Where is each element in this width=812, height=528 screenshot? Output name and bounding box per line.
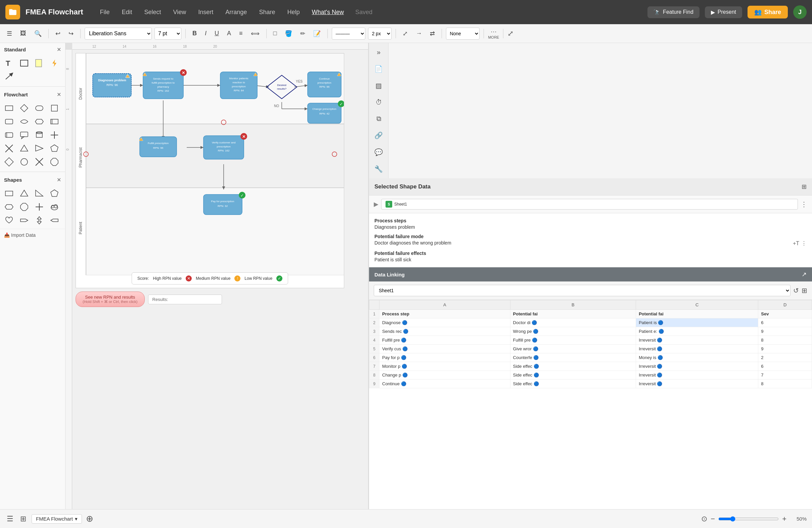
- font-family-select[interactable]: Liberation Sans: [85, 28, 152, 40]
- feature-find-button[interactable]: 🔭 Feature Find: [648, 6, 699, 18]
- table-cell-d[interactable]: 9: [758, 345, 812, 353]
- table-cell-b[interactable]: Fulfill pre 🔵: [510, 336, 636, 345]
- table-cell-c[interactable]: Irreversit 🔵: [636, 345, 758, 353]
- lightning-shape[interactable]: [49, 57, 60, 69]
- menu-arrange[interactable]: Arrange: [222, 8, 250, 17]
- user-avatar[interactable]: J: [793, 5, 807, 19]
- present-button[interactable]: ▶ Present: [705, 6, 742, 18]
- grid-view-button[interactable]: ⊞: [19, 513, 28, 525]
- s-oct[interactable]: [18, 201, 30, 213]
- menu-insert[interactable]: Insert: [195, 8, 217, 17]
- table-cell-c[interactable]: Patient is 🔵: [636, 318, 758, 327]
- zoom-in-button[interactable]: +: [782, 515, 786, 523]
- table-cell-b[interactable]: Side effec 🔵: [510, 380, 636, 388]
- s-arrow-r[interactable]: [18, 215, 30, 226]
- compass-button[interactable]: ⊙: [701, 515, 707, 523]
- zoom-slider[interactable]: [718, 516, 779, 522]
- table-cell-a[interactable]: Monitor p 🔵: [379, 362, 510, 371]
- diagram-container[interactable]: Doctor Pharmacist Patient YES: [75, 53, 344, 288]
- list-view-button[interactable]: ☰: [5, 513, 15, 525]
- arrow-right-button[interactable]: →: [413, 29, 424, 38]
- s-plus[interactable]: [33, 201, 45, 213]
- timer-panel-icon[interactable]: ⏱: [374, 96, 384, 108]
- fc-rect2[interactable]: [49, 116, 60, 127]
- add-page-button[interactable]: ⊕: [86, 514, 93, 524]
- upload-button[interactable]: ⊞: [801, 286, 807, 295]
- s-hex[interactable]: [3, 201, 15, 213]
- italic-button[interactable]: I: [202, 29, 209, 38]
- share-button[interactable]: 👥 Share: [748, 6, 788, 18]
- fc-rtriangle[interactable]: [33, 143, 45, 154]
- undo-button[interactable]: ↩: [53, 29, 63, 39]
- s-heart[interactable]: [3, 215, 15, 226]
- table-cell-b[interactable]: Side effec 🔵: [510, 362, 636, 371]
- font-color-button[interactable]: A: [224, 29, 234, 38]
- waypoint-button[interactable]: ⤢: [400, 29, 410, 39]
- table-cell-d[interactable]: 8: [758, 380, 812, 388]
- s-rtriangle[interactable]: [33, 188, 45, 199]
- table-cell-b[interactable]: Wrong pe 🔵: [510, 327, 636, 336]
- table-cell-d[interactable]: 6: [758, 362, 812, 371]
- table-cell-b[interactable]: Side effec 🔵: [510, 371, 636, 380]
- format-panel-icon[interactable]: ▨: [374, 80, 384, 92]
- table-cell-c[interactable]: Irreversit 🔵: [636, 371, 758, 380]
- menu-select[interactable]: Select: [141, 8, 164, 17]
- canvas-content[interactable]: Doctor Pharmacist Patient YES: [72, 50, 369, 509]
- table-cell-c[interactable]: Irreversit 🔵: [636, 380, 758, 388]
- fc-cross2[interactable]: [33, 156, 45, 168]
- menu-help[interactable]: Help: [284, 8, 303, 17]
- fc-cross[interactable]: [3, 143, 15, 154]
- fc-triangle[interactable]: [18, 143, 30, 154]
- shapes-panel-button[interactable]: ☰: [4, 29, 15, 39]
- connection-select[interactable]: None: [446, 28, 480, 40]
- comment-panel-icon[interactable]: 💬: [373, 146, 385, 158]
- zoom-out-button[interactable]: −: [711, 515, 715, 523]
- diagram-name-tab[interactable]: FMEA Flowchart ▾: [32, 514, 82, 524]
- table-cell-a[interactable]: Verify cus 🔵: [379, 345, 510, 353]
- fill-color-button[interactable]: 🪣: [282, 29, 295, 39]
- flowchart-close-button[interactable]: ✕: [57, 91, 61, 98]
- s-cloud[interactable]: [49, 201, 60, 213]
- pen-button[interactable]: ✏: [298, 29, 308, 39]
- sheet-menu-button[interactable]: ⋮: [801, 200, 807, 208]
- fc-square[interactable]: [49, 102, 60, 114]
- bold-button[interactable]: B: [190, 29, 200, 38]
- table-cell-b[interactable]: Doctor di 🔵: [510, 318, 636, 327]
- app-icon[interactable]: [5, 5, 20, 19]
- table-cell-a[interactable]: Process step: [379, 310, 510, 318]
- line-style-select[interactable]: ———: [332, 28, 365, 40]
- fc-rounded2[interactable]: [3, 129, 15, 141]
- fc-plus[interactable]: [49, 129, 60, 141]
- note-shape[interactable]: [33, 57, 45, 69]
- spreadsheet-container[interactable]: A B C D 1 Process step Potential fai Pot…: [369, 300, 812, 509]
- text-shape[interactable]: T: [3, 57, 15, 69]
- s-rect[interactable]: [3, 188, 15, 199]
- data-panel-icon[interactable]: 📄: [373, 63, 385, 75]
- table-cell-d[interactable]: Sev: [758, 310, 812, 318]
- fc-step[interactable]: [18, 116, 30, 127]
- fc-stadium[interactable]: [33, 102, 45, 114]
- table-cell-a[interactable]: Pay for p 🔵: [379, 353, 510, 362]
- fc-pent[interactable]: [49, 143, 60, 154]
- fullscreen-button[interactable]: ⤢: [507, 29, 513, 38]
- table-cell-d[interactable]: 9: [758, 327, 812, 336]
- fc-diamond[interactable]: [18, 102, 30, 114]
- s-pent[interactable]: [49, 188, 60, 199]
- tools-panel-icon[interactable]: 🔧: [373, 163, 385, 175]
- table-cell-d[interactable]: 7: [758, 371, 812, 380]
- menu-share[interactable]: Share: [256, 8, 278, 17]
- import-data-button[interactable]: 📥 Import Data: [0, 229, 65, 241]
- redo-button[interactable]: ↪: [66, 29, 76, 39]
- s-arrow-l[interactable]: [49, 215, 60, 226]
- font-size-select[interactable]: 7 pt: [155, 28, 182, 40]
- arrow-shape[interactable]: [3, 71, 15, 82]
- s-arrow-ud[interactable]: [33, 215, 45, 226]
- fc-cylinder[interactable]: [33, 129, 45, 141]
- table-cell-b[interactable]: Potential fai: [510, 310, 636, 318]
- s-triangle[interactable]: [18, 188, 30, 199]
- linking-sheet-select[interactable]: Sheet1: [374, 285, 791, 296]
- fc-rounded[interactable]: [3, 116, 15, 127]
- shape-data-grid-button[interactable]: ⊞: [801, 183, 807, 190]
- align-button[interactable]: ≡: [236, 29, 246, 38]
- rect-shape[interactable]: [18, 57, 30, 69]
